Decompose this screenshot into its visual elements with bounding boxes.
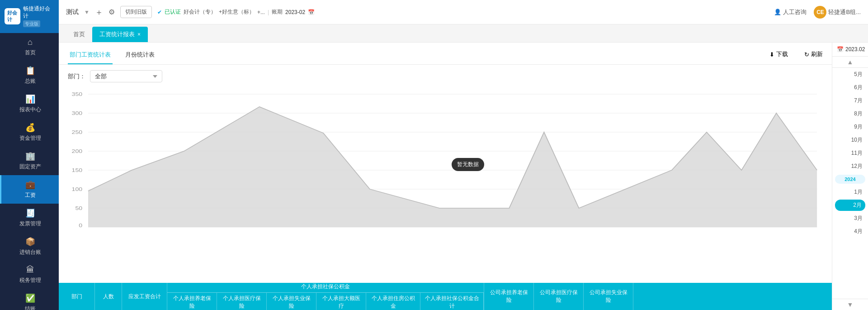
year-2024-label: 2024 [835,175,865,184]
month-list: 5月 6月 7月 8月 9月 10月 11月 12月 2024 1月 2月 3月… [832,68,868,299]
th-personal-housing-fund: 个人承担住房公积金 [366,293,420,310]
settings-icon[interactable]: ⚙ [108,8,115,16]
download-icon: ⬇ [769,51,774,58]
nav-icon: 💰 [25,123,35,133]
tab-home-label: 首页 [73,30,85,38]
th-count: 人数 [95,283,122,310]
nav-icon: 📋 [25,66,35,76]
th-dept: 部门 [59,283,95,310]
month-item-10[interactable]: 10月 [832,134,868,147]
nav-icon: 🏛 [26,265,34,275]
company-name: 测试 [66,8,79,16]
sidebar-item-报表中心[interactable]: 📊报表中心 [0,90,59,118]
nav-label: 进销台账 [19,248,41,256]
sidebar-item-工资[interactable]: 💼工资 [0,175,59,204]
th-group-personal: 个人承担社保公积金 个人承担养老保险 个人承担医疗保险 个人承担失业保险 个人承… [167,283,484,310]
nav-label: 结账 [25,305,36,310]
help-icon: 👤 [774,9,781,15]
month-item-5[interactable]: 5月 [832,68,868,81]
calendar-small-icon: 📅 [837,46,844,52]
sidebar-item-税务管理[interactable]: 🏛税务管理 [0,261,59,289]
nav-label: 资金管理 [19,134,41,142]
topbar-right: 👤 人工咨询 CE 轻捷通B组... [774,6,861,19]
chart-toolbar: 部门： 全部 财务部 人事部 销售部 技术部 [59,65,832,88]
nav-icon: 🧾 [25,208,35,218]
month-item-12[interactable]: 12月 [832,160,868,173]
th-personal-total: 个人承担社保公积金合计 [420,293,484,310]
th-personal-pension: 个人承担养老保险 [167,293,217,310]
prev-year-button[interactable]: ▲ [847,58,854,66]
month-item-9[interactable]: 9月 [832,120,868,134]
period-value: 2023-02 [285,9,305,15]
topbar: 测试 ▼ ＋ ⚙ 切到旧版 ✔ 已认证 好会计（专） +好生意（标） +... … [59,0,868,24]
month-item-11[interactable]: 11月 [832,147,868,160]
main-area: 测试 ▼ ＋ ⚙ 切到旧版 ✔ 已认证 好会计（专） +好生意（标） +... … [59,0,868,310]
period-label: 账期 [272,8,283,16]
svg-text:0: 0 [79,223,82,228]
logo-name: 畅捷通好会计 [23,5,54,19]
refresh-button[interactable]: ↻ 刷新 [804,50,823,58]
sidebar-item-总账[interactable]: 📋总账 [0,61,59,90]
help-label: 人工咨询 [783,8,807,16]
refresh-label: 刷新 [811,50,823,58]
svg-text:100: 100 [72,186,83,192]
certified-badge: 已认证 [165,8,181,16]
tab-bar: 首页 工资统计报表 × [59,24,868,43]
month-item-8[interactable]: 8月 [832,107,868,120]
page-content: 部门工资统计表 月份统计表 ⬇ 下载 ↻ 刷新 部门： 全部 [59,43,868,310]
user-menu[interactable]: CE 轻捷通B组... [814,6,861,19]
add-button[interactable]: ＋ [95,7,103,18]
accounting-type: 好会计（专） [184,8,216,16]
sidebar-item-固定资产[interactable]: 🏢固定资产 [0,147,59,175]
download-button[interactable]: ⬇ 下载 [769,50,788,58]
dept-label: 部门： [68,72,85,81]
month-item-3[interactable]: 3月 [832,212,868,225]
sidebar-item-发票管理[interactable]: 🧾发票管理 [0,204,59,232]
sub-tab-monthly[interactable]: 月份统计表 [123,48,156,64]
tab-home[interactable]: 首页 [66,27,92,42]
nav-label: 总账 [25,77,36,85]
nav-icon: 💼 [25,180,35,190]
th-personal-medical: 个人承担医疗保险 [217,293,267,310]
dept-filter: 部门： 全部 财务部 人事部 销售部 技术部 [68,70,162,82]
dept-select[interactable]: 全部 财务部 人事部 销售部 技术部 [90,70,162,82]
sub-tabs: 部门工资统计表 月份统计表 ⬇ 下载 ↻ 刷新 [59,43,832,65]
sidebar-logo: 好会计 畅捷通好会计 专业版 [0,0,59,33]
scroll-down-button[interactable]: ▼ [847,301,854,308]
nav-icon: ⌂ [28,38,33,47]
sidebar-item-结账[interactable]: ✅结账 [0,289,59,310]
tab-salary-report[interactable]: 工资统计报表 × [92,27,148,42]
tab-close-icon[interactable]: × [137,31,141,38]
th-company-unemployment: 公司承担失业保险 [584,283,633,310]
sidebar-item-进销台账[interactable]: 📦进销台账 [0,232,59,261]
download-label: 下载 [776,50,788,58]
help-button[interactable]: 👤 人工咨询 [774,8,807,16]
switch-old-version-button[interactable]: 切到旧版 [120,6,152,18]
month-item-7[interactable]: 7月 [832,94,868,107]
dropdown-arrow-icon[interactable]: ▼ [84,9,90,15]
salary-chart: 350 300 250 200 150 100 50 0 [68,88,823,233]
date-bottom-nav: ▼ [832,299,868,310]
nav-icon: 📦 [25,237,35,247]
logo-edition: 专业版 [23,20,40,27]
service1: +好生意（标） [219,8,255,16]
month-item-2-active[interactable]: 2月 [835,200,865,211]
month-item-1[interactable]: 1月 [832,186,868,199]
sub-tab-dept[interactable]: 部门工资统计表 [68,48,113,64]
calendar-icon[interactable]: 📅 [308,9,315,15]
tab-salary-label: 工资统计报表 [99,30,135,38]
nav-label: 固定资产 [19,163,41,171]
sidebar-item-资金管理[interactable]: 💰资金管理 [0,118,59,147]
nav-icon: 🏢 [25,151,35,161]
nav-icon: 📊 [25,94,35,104]
year-nav: ▲ [832,57,868,68]
sidebar-item-首页[interactable]: ⌂首页 [0,33,59,61]
nav-label: 报表中心 [19,106,41,114]
svg-text:350: 350 [72,91,83,97]
username-label: 轻捷通B组... [828,8,861,16]
nav-label: 首页 [25,49,36,57]
right-date-panel: 📅 2023.02 ▲ 5月 6月 7月 8月 9月 10月 11月 12月 2… [832,43,868,310]
month-item-6[interactable]: 6月 [832,81,868,94]
month-item-4[interactable]: 4月 [832,225,868,238]
sidebar: 好会计 畅捷通好会计 专业版 ⌂首页📋总账📊报表中心💰资金管理🏢固定资产💼工资🧾… [0,0,59,310]
